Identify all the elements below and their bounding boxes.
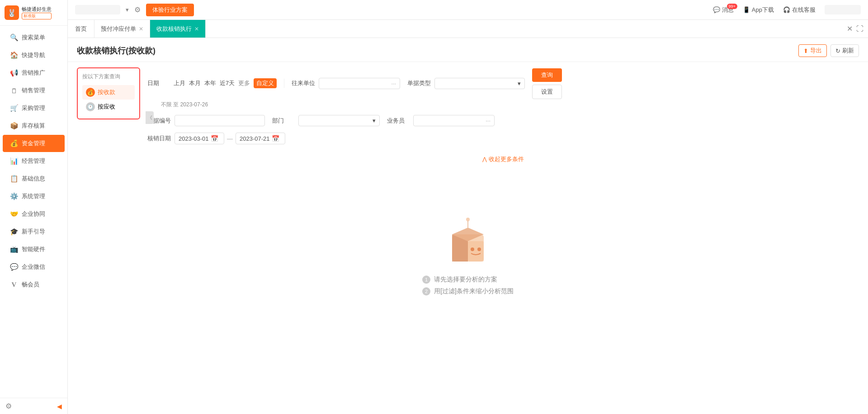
sidebar-item-wechat[interactable]: 💬 企业微信 [3, 258, 65, 276]
department-label: 部门 [272, 117, 295, 125]
sidebar-item-enterprise[interactable]: 🤝 企业协同 [3, 205, 65, 223]
chevron-down-icon[interactable]: ▾ [126, 6, 129, 13]
nav-list: 🔍 搜索菜单 🏠 快捷导航 📢 营销推广 🗒 销售管理 🛒 采购管理 📦 库存核… [0, 26, 67, 398]
tab-close-icon[interactable]: ✕ [139, 26, 143, 32]
step-2-badge: 2 [422, 287, 430, 295]
settings-button[interactable]: 设置 [532, 85, 562, 99]
message-icon: 💬 [713, 6, 720, 13]
system-icon: ⚙️ [10, 192, 18, 200]
sidebar-item-purchase[interactable]: 🛒 采购管理 [3, 100, 65, 117]
content-area: 收款核销执行(按收款) ⬆ 导出 ↻ 刷新 按以下方 [68, 38, 868, 414]
collapse-sidebar-button[interactable]: ◀ [57, 403, 62, 410]
shortcut-this-month[interactable]: 本月 [189, 79, 201, 87]
sidebar-item-label: 资金管理 [22, 139, 45, 148]
step-1-badge: 1 [422, 276, 430, 284]
top-header: ▾ ⚙ 体验行业方案 💬 消息 99+ 📱 App下载 🎧 在线客服 [68, 0, 868, 20]
filter-panel: 按以下方案查询 💰 按收款 🕐 按应收 《 [68, 62, 868, 173]
sidebar-item-hardware[interactable]: 📺 智能硬件 [3, 241, 65, 258]
sidebar-item-search[interactable]: 🔍 搜索菜单 [3, 29, 65, 46]
salesperson-field: 业务员 ··· [387, 115, 495, 126]
empty-tip-1: 1 请先选择要分析的方案 [422, 276, 514, 284]
tab-receipt-offset[interactable]: 收款核销执行 ✕ [150, 20, 206, 38]
tab-bar: 首页 预付冲应付单 ✕ 收款核销执行 ✕ ✕ ⛶ [68, 20, 868, 38]
sidebar-item-label: 经营管理 [22, 157, 45, 165]
search-icon: 🔍 [10, 33, 18, 42]
department-select[interactable]: ▾ [298, 115, 380, 126]
settings-icon[interactable]: ⚙ [5, 402, 12, 410]
refresh-button[interactable]: ↻ 刷新 [830, 44, 859, 57]
sidebar-item-label: 采购管理 [22, 104, 45, 112]
empty-illustration [439, 209, 497, 268]
sidebar-item-inventory[interactable]: 📦 库存核算 [3, 117, 65, 134]
counterpart-field: 往来单位 ··· [292, 78, 400, 89]
marketing-icon: 📢 [10, 69, 18, 77]
sidebar-item-label: 智能硬件 [22, 245, 45, 253]
sidebar-item-system[interactable]: ⚙️ 系统管理 [3, 188, 65, 205]
hardware-icon: 📺 [10, 245, 18, 253]
shortcut-more[interactable]: 更多 [238, 79, 250, 87]
guide-icon: 🎓 [10, 228, 18, 236]
counterpart-label: 往来单位 [292, 79, 315, 87]
tab-prepay-offset[interactable]: 预付冲应付单 ✕ [94, 20, 150, 38]
shortcut-custom[interactable]: 自定义 [254, 78, 277, 88]
date-shortcuts: 上月 本月 本年 近7天 更多 自定义 [174, 78, 277, 88]
sidebar-item-business[interactable]: 📊 经营管理 [3, 152, 65, 170]
sidebar-item-member[interactable]: V 畅会员 [3, 276, 65, 293]
shortcut-7days[interactable]: 近7天 [220, 79, 235, 87]
svg-rect-3 [468, 241, 484, 262]
user-avatar[interactable] [825, 5, 861, 14]
tab-close-icon[interactable]: ✕ [194, 26, 199, 32]
by-receivable-icon: 🕐 [86, 102, 95, 111]
expand-window-icon[interactable]: ⛶ [856, 25, 863, 33]
filter-option-by-receivable[interactable]: 🕐 按应收 [82, 100, 135, 114]
message-button[interactable]: 💬 消息 99+ [713, 6, 734, 14]
app-download-button[interactable]: 📱 App下载 [743, 6, 774, 14]
empty-text: 1 请先选择要分析的方案 2 用[过滤]条件来缩小分析范围 [422, 276, 514, 295]
finance-icon: 💰 [10, 139, 18, 148]
sidebar-item-label: 库存核算 [22, 122, 45, 130]
solution-button[interactable]: 体验行业方案 [146, 4, 194, 16]
salesperson-input[interactable]: ··· [413, 115, 495, 126]
counterpart-input[interactable]: ··· [319, 78, 400, 89]
bill-type-label: 单据类型 [407, 79, 431, 87]
filter-option-by-receipt[interactable]: 💰 按收款 [82, 85, 135, 100]
sidebar-item-label: 企业微信 [22, 263, 45, 271]
tab-home[interactable]: 首页 [68, 20, 94, 38]
gear-icon[interactable]: ⚙ [134, 5, 141, 14]
verify-date-label: 核销日期 [147, 134, 171, 143]
refresh-icon: ↻ [835, 48, 840, 54]
home-icon: 🏠 [10, 51, 18, 59]
app-name: 畅捷通好生意 [22, 6, 52, 12]
verify-date-start[interactable]: 2023-03-01 📅 [175, 133, 224, 144]
sidebar-item-quick-nav[interactable]: 🏠 快捷导航 [3, 47, 65, 64]
sidebar-item-label: 系统管理 [22, 192, 45, 200]
export-button[interactable]: ⬆ 导出 [798, 44, 827, 57]
shortcut-last-month[interactable]: 上月 [174, 79, 185, 87]
app-download-icon: 📱 [743, 6, 750, 13]
filter-sidebar-collapse-button[interactable]: 《 [146, 111, 154, 124]
filter-actions: 查询 设置 [532, 67, 562, 99]
chevron-up-icon: ⋀ [482, 156, 487, 162]
sidebar-item-marketing[interactable]: 📢 营销推广 [3, 64, 65, 81]
tab-label: 预付冲应付单 [101, 25, 136, 33]
department-field: 部门 ▾ [272, 115, 380, 126]
verify-date-end[interactable]: 2023-07-21 📅 [236, 133, 285, 144]
close-window-icon[interactable]: ✕ [847, 24, 853, 33]
enterprise-icon: 🤝 [10, 210, 18, 218]
logo-icon: 🐰 [5, 5, 19, 20]
shortcut-this-year[interactable]: 本年 [204, 79, 216, 87]
bill-number-input[interactable] [175, 115, 265, 126]
sidebar-item-sales[interactable]: 🗒 销售管理 [3, 82, 65, 99]
sidebar-item-finance[interactable]: 💰 资金管理 [3, 135, 65, 152]
sidebar-item-basic-info[interactable]: 📋 基础信息 [3, 170, 65, 187]
bill-type-select[interactable]: ▾ [434, 78, 525, 89]
service-icon: 🎧 [783, 6, 790, 13]
collapse-more-button[interactable]: ⋀ 收起更多条件 [482, 155, 524, 163]
filter-sidebar-title: 按以下方案查询 [82, 73, 135, 81]
date-field: 日期 上月 本月 本年 近7天 更多 自定义 [147, 78, 277, 88]
online-service-button[interactable]: 🎧 在线客服 [783, 6, 816, 14]
sidebar-item-label: 搜索菜单 [22, 33, 45, 42]
app-badge: 标准版 [22, 13, 52, 19]
query-button[interactable]: 查询 [532, 68, 562, 82]
sidebar-item-guide[interactable]: 🎓 新手引导 [3, 223, 65, 240]
